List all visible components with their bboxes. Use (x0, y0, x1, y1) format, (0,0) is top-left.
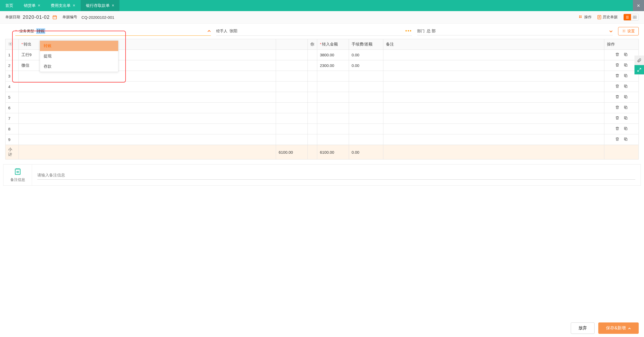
cell-remark[interactable] (383, 50, 604, 60)
cell-remark[interactable] (383, 81, 604, 92)
copy-row-icon[interactable] (624, 105, 628, 110)
cell-suffix[interactable] (307, 124, 317, 134)
cell-out-amount[interactable] (276, 113, 307, 124)
close-icon[interactable]: × (112, 3, 114, 8)
cell-fee[interactable] (349, 92, 383, 103)
cell-out-amount[interactable] (276, 81, 307, 92)
cell-out-account[interactable] (19, 81, 276, 92)
cell-in-amount[interactable]: 3800.00 (317, 50, 349, 60)
cell-remark[interactable] (383, 134, 604, 145)
delete-row-icon[interactable] (615, 52, 619, 57)
cell-out-amount[interactable] (276, 60, 307, 71)
delete-row-icon[interactable] (615, 84, 619, 89)
history-button[interactable]: 历史单据 (596, 14, 619, 21)
biztype-select[interactable]: * 业务类型 转账 转账 提现 存款 (15, 27, 211, 36)
cell-out-amount[interactable] (276, 134, 307, 145)
view-grid-button[interactable] (631, 14, 638, 20)
tab-bank[interactable]: 银行存取款单× (81, 0, 119, 11)
copy-row-icon[interactable] (624, 74, 628, 79)
dropdown-item-deposit[interactable]: 存款 (40, 61, 118, 72)
copy-row-icon[interactable] (624, 137, 628, 142)
close-icon[interactable]: × (38, 3, 40, 8)
cell-fee[interactable] (349, 81, 383, 92)
ops-button[interactable]: 操作 (577, 14, 593, 21)
cell-in-amount[interactable] (317, 124, 349, 134)
expand-button[interactable] (634, 65, 644, 75)
cell-suffix[interactable] (307, 81, 317, 92)
copy-row-icon[interactable] (624, 52, 628, 57)
table-row[interactable]: 8 (6, 124, 639, 134)
cell-suffix[interactable] (307, 71, 317, 81)
delete-row-icon[interactable] (615, 74, 619, 79)
cell-remark[interactable] (383, 92, 604, 103)
close-icon[interactable]: × (73, 3, 75, 8)
delete-row-icon[interactable] (615, 95, 619, 100)
cell-remark[interactable] (383, 113, 604, 124)
cell-out-amount[interactable] (276, 92, 307, 103)
table-row[interactable]: 6 (6, 103, 639, 113)
cell-out-account[interactable] (19, 113, 276, 124)
dept-select[interactable]: 部门 总 部 (417, 27, 613, 35)
more-icon[interactable]: ••• (405, 28, 412, 34)
cell-in-amount[interactable] (317, 134, 349, 145)
cell-remark[interactable] (383, 71, 604, 81)
cell-suffix[interactable] (307, 113, 317, 124)
cell-out-account[interactable] (19, 92, 276, 103)
cell-remark[interactable] (383, 103, 604, 113)
remark-input[interactable] (37, 171, 635, 180)
dropdown-item-withdraw[interactable]: 提现 (40, 51, 118, 61)
cell-out-account[interactable] (19, 124, 276, 134)
handler-select[interactable]: 经手人 张阳 ••• (216, 27, 412, 36)
dropdown-item-transfer[interactable]: 转账 (40, 41, 118, 51)
delete-row-icon[interactable] (615, 137, 619, 142)
cell-remark[interactable] (383, 124, 604, 134)
cell-in-amount[interactable] (317, 92, 349, 103)
delete-row-icon[interactable] (615, 105, 619, 110)
cell-in-amount[interactable] (317, 103, 349, 113)
calendar-icon[interactable] (52, 15, 57, 20)
cell-fee[interactable]: 0.00 (349, 60, 383, 71)
delete-row-icon[interactable] (615, 63, 619, 68)
tab-home[interactable]: 首页 (0, 0, 19, 11)
cell-out-amount[interactable] (276, 103, 307, 113)
cell-out-account[interactable] (19, 103, 276, 113)
cell-fee[interactable] (349, 134, 383, 145)
cell-out-amount[interactable] (276, 50, 307, 60)
copy-row-icon[interactable] (624, 116, 628, 121)
cell-out-account[interactable] (19, 134, 276, 145)
cell-in-amount[interactable] (317, 113, 349, 124)
cell-out-account[interactable] (19, 71, 276, 81)
cell-in-amount[interactable] (317, 71, 349, 81)
cell-remark[interactable] (383, 60, 604, 71)
attachment-button[interactable] (634, 56, 644, 65)
cell-fee[interactable] (349, 71, 383, 81)
table-row[interactable]: 9 (6, 134, 639, 145)
gear-header[interactable] (6, 39, 19, 50)
window-close-button[interactable]: × (633, 0, 644, 11)
copy-row-icon[interactable] (624, 126, 628, 131)
cell-suffix[interactable] (307, 134, 317, 145)
cell-fee[interactable] (349, 113, 383, 124)
table-row[interactable]: 3 (6, 71, 639, 81)
cell-fee[interactable]: 0.00 (349, 50, 383, 60)
copy-row-icon[interactable] (624, 84, 628, 89)
table-row[interactable]: 5 (6, 92, 639, 103)
delete-row-icon[interactable] (615, 116, 619, 121)
copy-row-icon[interactable] (624, 95, 628, 100)
cell-suffix[interactable] (307, 92, 317, 103)
cell-out-amount[interactable] (276, 124, 307, 134)
settings-button[interactable]: 设置 (618, 27, 639, 35)
date-value[interactable]: 2020-01-02 (23, 15, 50, 20)
cell-in-amount[interactable] (317, 81, 349, 92)
tab-sales[interactable]: 销货单× (19, 0, 45, 11)
delete-row-icon[interactable] (615, 126, 619, 131)
table-row[interactable]: 4 (6, 81, 639, 92)
tab-expense[interactable]: 费用支出单× (45, 0, 80, 11)
cell-suffix[interactable] (307, 50, 317, 60)
cell-suffix[interactable] (307, 60, 317, 71)
cell-fee[interactable] (349, 124, 383, 134)
cell-suffix[interactable] (307, 103, 317, 113)
copy-row-icon[interactable] (624, 63, 628, 68)
cell-out-amount[interactable] (276, 71, 307, 81)
table-row[interactable]: 7 (6, 113, 639, 124)
